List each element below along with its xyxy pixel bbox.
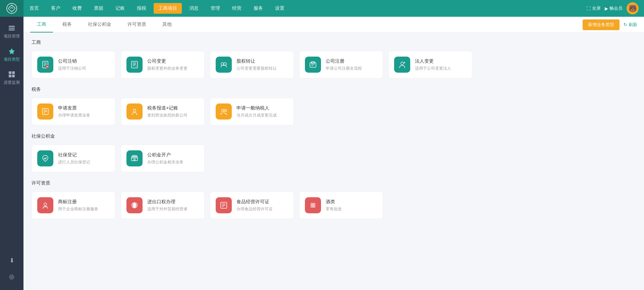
nav-industrial[interactable]: 工商项目 [154, 3, 182, 14]
legal-change-desc: 适用于公司变更法人 [415, 66, 451, 71]
svg-rect-5 [12, 71, 15, 74]
sidebar-item-progress-monitor[interactable]: 进度监测 [0, 66, 23, 89]
card-food-license[interactable]: 食品经营许可证 办理食品经营许可证 [210, 192, 294, 219]
apply-invoice-text: 申请发票 办理申请发票业务 [58, 105, 90, 118]
card-alcohol[interactable]: 酒类 零售批发 [299, 192, 383, 219]
svg-rect-2 [9, 29, 15, 30]
svg-rect-53 [313, 206, 315, 207]
tab-industrial[interactable]: 工商 [30, 17, 53, 32]
company-change-icon [126, 57, 143, 73]
general-taxpayer-icon [216, 103, 232, 120]
card-provident-fund[interactable]: 公积金开户 办理公积金相关业务 [121, 145, 205, 172]
svg-rect-4 [9, 71, 11, 74]
svg-rect-6 [9, 75, 11, 77]
svg-point-24 [401, 62, 404, 65]
user-avatar[interactable]: 🐻 [627, 2, 639, 14]
card-equity-transfer[interactable]: 股权转让 公司变更需要股权转让 [210, 51, 294, 78]
card-legal-change[interactable]: 法人变更 适用于公司变更法人 [388, 51, 472, 78]
general-taxpayer-text: 申请一般纳税人 当月或次月成变更完成 [236, 105, 277, 118]
company-cancel-title: 公司注销 [58, 58, 86, 64]
card-trademark[interactable]: ™ 商标注册 用于企业商标注册服务 [32, 192, 115, 219]
logo-icon [6, 3, 17, 14]
tab-social-insurance[interactable]: 社保公积金 [81, 17, 118, 32]
section-title-tax: 税务 [32, 86, 636, 92]
social-insurance-title: 社保登记 [58, 152, 90, 158]
sidebar-label-progress-monitor: 进度监测 [4, 80, 20, 85]
svg-rect-14 [131, 61, 138, 68]
tab-license[interactable]: 许可资质 [121, 17, 153, 32]
sidebar-location[interactable]: ◎ [0, 269, 23, 285]
tax-cards-grid: 申请发票 办理申请发票业务 税务报道+记账 拿到营业执照的新公司 [32, 98, 636, 125]
card-company-register[interactable]: 公司注册 申请公司注册全流程 [299, 51, 383, 78]
sidebar-item-project-type[interactable]: 项目类型 [0, 43, 23, 66]
refresh-button[interactable]: ↻ 刷新 [624, 22, 637, 28]
nav-message[interactable]: 消息 [183, 0, 205, 17]
add-type-button[interactable]: 新增业务类型 [583, 19, 620, 30]
card-social-insurance[interactable]: 社保登记 进行人员社保登记 [32, 145, 115, 172]
card-company-change[interactable]: 公司变更 股权变更外的业务变更 [121, 51, 205, 78]
vip-icon: ▶ [605, 6, 608, 11]
card-tax-report-accounting[interactable]: 税务报道+记账 拿到营业执照的新公司 [121, 98, 205, 125]
alcohol-title: 酒类 [326, 199, 342, 205]
vip-button[interactable]: ▶ 畅会员 [605, 5, 623, 11]
nav-accounting[interactable]: 记账 [109, 0, 131, 17]
progress-monitor-icon [8, 70, 16, 78]
sidebar-item-project-management[interactable]: 项目管理 [0, 20, 23, 43]
main-layout: 项目管理 项目类型 进度监测 ⬇ [0, 17, 644, 290]
import-export-text: 进出口权办理 适用于对外贸易经营者 [147, 199, 187, 212]
svg-text:™: ™ [44, 206, 47, 209]
refresh-label: 刷新 [629, 22, 637, 28]
nav-customer[interactable]: 客户 [45, 0, 66, 17]
scroll-content[interactable]: 工商 公司注销 适用于 [23, 33, 644, 290]
fullscreen-button[interactable]: ⛶ 全屏 [586, 5, 601, 11]
equity-transfer-desc: 公司变更需要股权转让 [236, 66, 277, 71]
alcohol-icon [305, 197, 321, 213]
general-taxpayer-title: 申请一般纳税人 [236, 105, 277, 111]
card-company-cancel[interactable]: 公司注销 适用于注销公司 [32, 51, 115, 78]
sidebar-bottom: ⬇ ◎ [0, 252, 23, 290]
app-logo [0, 0, 23, 17]
company-change-desc: 股权变更外的业务变更 [147, 66, 187, 71]
svg-rect-52 [311, 206, 313, 207]
left-sidebar: 项目管理 项目类型 进度监测 ⬇ [0, 17, 23, 290]
tab-other[interactable]: 其他 [156, 17, 178, 32]
nav-fees[interactable]: 收费 [66, 0, 88, 17]
legal-change-title: 法人变更 [415, 58, 451, 64]
location-icon: ◎ [8, 273, 16, 281]
legal-change-text: 法人变更 适用于公司变更法人 [415, 58, 451, 71]
company-cancel-icon [37, 57, 53, 73]
nav-tax[interactable]: 报税 [131, 0, 152, 17]
equity-transfer-text: 股权转让 公司变更需要股权转让 [236, 58, 277, 71]
provident-fund-desc: 办理公积金相关业务 [147, 159, 183, 165]
tab-tax[interactable]: 税务 [56, 17, 78, 32]
nav-home[interactable]: 首页 [23, 0, 45, 17]
company-register-title: 公司注册 [326, 58, 362, 64]
provident-fund-title: 公积金开户 [147, 152, 183, 158]
nav-manage[interactable]: 管理 [205, 0, 226, 17]
sidebar-download[interactable]: ⬇ [0, 252, 23, 269]
vip-label: 畅会员 [609, 5, 623, 11]
svg-rect-50 [311, 203, 313, 205]
svg-point-32 [222, 110, 224, 112]
company-cancel-desc: 适用于注销公司 [58, 66, 86, 71]
nav-bills[interactable]: 票据 [88, 0, 109, 17]
equity-transfer-title: 股权转让 [236, 58, 277, 64]
tab-actions: 新增业务类型 ↻ 刷新 [583, 19, 637, 30]
svg-point-31 [133, 109, 136, 112]
card-import-export[interactable]: 进出口权办理 适用于对外贸易经营者 [121, 192, 205, 219]
nav-settings[interactable]: 设置 [269, 0, 290, 17]
apply-invoice-desc: 办理申请发票业务 [58, 113, 90, 118]
legal-change-icon [394, 57, 410, 73]
alcohol-text: 酒类 零售批发 [326, 199, 342, 212]
company-change-text: 公司变更 股权变更外的业务变更 [147, 58, 187, 71]
import-export-title: 进出口权办理 [147, 199, 187, 205]
nav-service[interactable]: 服务 [248, 0, 269, 17]
trademark-text: 商标注册 用于企业商标注册服务 [58, 199, 98, 212]
nav-operation[interactable]: 经营 [226, 0, 248, 17]
top-nav-right: ⛶ 全屏 ▶ 畅会员 🐻 [586, 2, 644, 14]
svg-point-39 [44, 203, 47, 206]
social-insurance-icon [37, 150, 53, 166]
card-apply-invoice[interactable]: 申请发票 办理申请发票业务 [32, 98, 115, 125]
card-general-taxpayer[interactable]: 申请一般纳税人 当月或次月成变更完成 [210, 98, 294, 125]
svg-point-36 [134, 159, 135, 160]
